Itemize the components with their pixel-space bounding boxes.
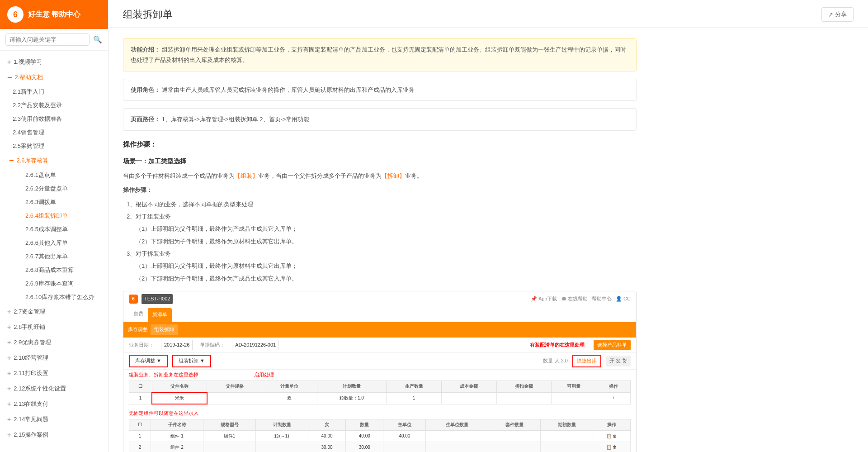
sidebar-item-print[interactable]: + 2.11打印设置 (0, 366, 108, 381)
toolbar-label-1: 库存调整 (128, 325, 148, 334)
nav-section-funds: + 2.7资金管理 (0, 304, 108, 319)
sidebar-item-cost-adjust[interactable]: 2.6.5成本调整单 (25, 223, 108, 236)
sidebar-item-sales[interactable]: 2.4销售管理 (13, 126, 108, 139)
sidebar-item-install[interactable]: 2.2产品安装及登录 (13, 99, 108, 112)
sidebar-item-purchase[interactable]: 2.5采购管理 (13, 139, 108, 153)
sidebar-item-transfer[interactable]: 2.6.3调拨单 (25, 195, 108, 209)
expand-icon-coupon: + (7, 339, 11, 346)
sidebar-item-payment[interactable]: + 2.13在线支付 (0, 396, 108, 412)
nav-section-payment: + 2.13在线支付 (0, 396, 108, 412)
sidebar-item-label-2: 2.帮助文档 (15, 73, 43, 81)
page-path-label: 页面路径： (131, 116, 160, 123)
app-screenshot: 6 TEST-H002 📌 App下载 ☎ 在线帮助 帮助中心 👤 CC 自费 … (123, 291, 636, 452)
sidebar-item-cases[interactable]: + 2.15操作案例 (0, 427, 108, 442)
type-dropdown-2[interactable]: 组装拆卸 ▼ (172, 355, 211, 367)
th-avail: 可用量 (552, 381, 596, 393)
sidebar-item-inventory[interactable]: − 2.6库存核算 (9, 153, 108, 168)
expand-icon-faq: + (7, 416, 11, 423)
sidebar-item-label-funds: 2.7资金管理 (14, 308, 45, 316)
sidebar-item-label-cases: 2.15操作案例 (14, 431, 48, 439)
sidebar-item-newbie[interactable]: 2.1新手入门 (13, 85, 108, 99)
share-label: 分享 (835, 10, 847, 19)
lth-init-qty: 期初数量 (541, 419, 593, 430)
type-dropdown[interactable]: 库存调整 ▼ (129, 355, 168, 367)
step-2-2: （2）下部明细为子件明细，最终作为原材料生成其它出库单。 (136, 236, 637, 247)
app-nav: 自费 新添单 (123, 307, 636, 322)
th-parent-spec: 父件规格 (207, 381, 262, 393)
lower-table: ☐ 子件名称 规格型号 计划数量 实 数量 主单位 生单位数量 套件数量 期 (129, 419, 631, 452)
sidebar-item-mobile[interactable]: + 2.8手机旺铺 (0, 319, 108, 335)
expand-icon-system: + (7, 385, 11, 392)
nav-section-coupon: + 2.9优惠券管理 (0, 335, 108, 350)
lth-op: 操作 (593, 419, 631, 430)
expand-icon-1: + (7, 58, 11, 66)
sidebar: 6 好生意 帮助中心 🔍 + 1.视频学习 − 2.帮助文档 2.1新手入门 2… (0, 0, 108, 452)
th-parent-name: 父件名称 (152, 381, 207, 393)
form-date-value: 2019-12-26 (161, 340, 193, 351)
nav-section-1: + 1.视频学习 (0, 54, 108, 70)
confirm-btn[interactable]: 开 发 货 (606, 356, 631, 366)
nav-item-1: 自费 (129, 307, 148, 322)
sidebar-item-label-faq: 2.14常见问题 (14, 415, 48, 423)
step-2-1: （1）上部明细为父件明细，最终作为产成品生成其它入库单； (136, 224, 637, 234)
annotation-fixed-bom: 有装配清单的在这里处理 (528, 340, 586, 351)
share-button[interactable]: ↗ 分享 (821, 7, 854, 22)
function-intro-label: 功能介绍： (131, 46, 160, 53)
nav-section-cases: + 2.15操作案例 (0, 427, 108, 442)
logo-text: 好生意 帮助中心 (28, 10, 80, 19)
collapse-icon-2: − (7, 73, 12, 81)
sidebar-item-inv-query[interactable]: 2.6.9库存账本查询 (25, 277, 108, 290)
use-role-text: 通常由生产人员或库管人员完成折装业务的操作，库管人员确认原材料的出库和产成品的入… (162, 86, 415, 93)
lth-checkbox: ☐ (129, 419, 151, 430)
sidebar-item-other-in[interactable]: 2.6.6其他入库单 (25, 236, 108, 250)
sidebar-item-label-payment: 2.13在线支付 (14, 400, 48, 408)
step-list: 1、根据不同的业务，选择不同单据的类型来处理 2、对于组装业务 （1）上部明细为… (127, 199, 637, 284)
sidebar-item-cost-recalc[interactable]: 2.6.8商品成本重算 (25, 263, 108, 277)
annotation-no-fixed: 无固定组件可以随意在这里录入 (129, 410, 198, 416)
search-button[interactable]: 🔍 (92, 34, 103, 45)
lth-spec: 规格型号 (203, 419, 256, 430)
sidebar-item-help-docs[interactable]: − 2.帮助文档 (0, 70, 108, 85)
function-intro-block: 功能介绍： 组装拆卸单用来处理企业组装或拆卸等加工业务，支持有固定装配清单的产品… (123, 38, 637, 71)
step-3: 3、对于拆装业务 (127, 248, 637, 259)
app-screenshot-container: 6 TEST-H002 📌 App下载 ☎ 在线帮助 帮助中心 👤 CC 自费 … (123, 291, 637, 452)
share-icon: ↗ (828, 11, 833, 18)
expand-icon-manage: + (7, 354, 11, 362)
app-top-btns: 📌 App下载 ☎ 在线帮助 帮助中心 👤 CC (531, 295, 631, 304)
sidebar-item-inv-error[interactable]: 2.6.10库存账本错了怎么办 (25, 290, 108, 304)
upper-table: ☐ 父件名称 父件规格 计量单位 计划数量 生产数量 成本金额 折扣金额 可用量 (129, 381, 631, 404)
search-box: 🔍 (0, 29, 108, 51)
lower-row-2: 2 组件 2 30.00 30.00 (129, 442, 631, 452)
op-steps-section: 操作步骤： 场景一：加工类型选择 当由多个子件材料组装成一个成品的业务为【组装】… (123, 138, 637, 452)
sidebar-header: 6 好生意 帮助中心 (0, 0, 108, 29)
app-bar: 6 TEST-H002 📌 App下载 ☎ 在线帮助 帮助中心 👤 CC (123, 291, 636, 307)
sidebar-item-faq[interactable]: + 2.14常见问题 (0, 412, 108, 427)
sidebar-item-other-out[interactable]: 2.6.7其他出库单 (25, 250, 108, 263)
expand-icon-funds: + (7, 308, 11, 315)
annotation-row: 组装业务、拆卸业务在这里选择 启用处理 (123, 370, 636, 381)
sidebar-item-system[interactable]: + 2.12系统个性化设置 (0, 381, 108, 396)
sidebar-item-assembly[interactable]: 2.6.4组装拆卸单 (25, 209, 108, 223)
qty-label: 数量 人 2.0 (543, 357, 567, 366)
sidebar-item-stocktake[interactable]: 2.6.1盘点单 (25, 168, 108, 182)
select-product-btn[interactable]: 选择产品料单 (594, 340, 631, 351)
logo-icon: 6 (7, 6, 24, 23)
search-input[interactable] (5, 33, 90, 46)
sidebar-item-label-coupon: 2.9优惠券管理 (14, 338, 51, 347)
sidebar-item-label-1: 1.视频学习 (14, 58, 42, 66)
lth-main-unit: 主单位 (383, 419, 426, 430)
th-action: 操作 (596, 381, 631, 393)
sidebar-item-data-prep[interactable]: 2.3使用前数据准备 (13, 112, 108, 126)
expand-icon-payment: + (7, 400, 11, 408)
op-steps-title: 操作步骤： (123, 138, 637, 150)
sidebar-item-video[interactable]: + 1.视频学习 (0, 54, 108, 70)
step-1: 1、根据不同的业务，选择不同单据的类型来处理 (127, 199, 637, 209)
function-intro-text: 组装拆卸单用来处理企业组装或拆卸等加工业务，支持有固定装配清单的产品加工业务，也… (131, 46, 626, 63)
page-path-text: 1、库存核算->库存管理->组装拆卸单 2、首页->常用功能 (162, 116, 310, 123)
sidebar-item-manage[interactable]: + 2.10经营管理 (0, 350, 108, 366)
page-title: 组装拆卸单 (123, 8, 173, 21)
quick-pick-input[interactable]: 快捷出库 (572, 355, 601, 367)
sidebar-item-coupon[interactable]: + 2.9优惠券管理 (0, 335, 108, 350)
sidebar-item-funds[interactable]: + 2.7资金管理 (0, 304, 108, 319)
sidebar-item-partial-stocktake[interactable]: 2.6.2分量盘点单 (25, 182, 108, 195)
